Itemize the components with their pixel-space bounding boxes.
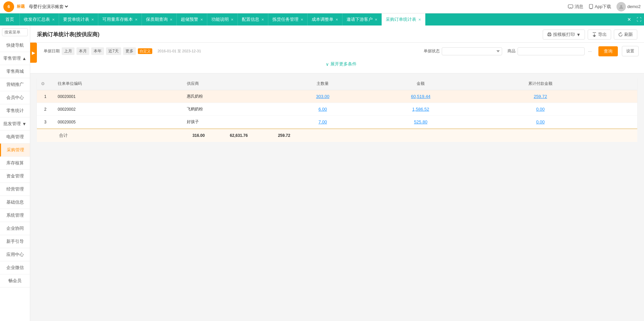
close-tab-expiry-query[interactable]: ✕ [170,18,172,21]
table-header-row: ⚙ 往来单位编码 供应商 主数量 金额 累计付款金额 [37,77,637,90]
close-tab-function-desc[interactable]: ✕ [231,18,233,21]
print-dropdown-icon: ▼ [576,32,581,37]
sidebar-item-member-vip[interactable]: 畅会员 [0,274,30,287]
export-button[interactable]: 导出 [588,30,611,40]
amount-link-1[interactable]: 60,519.44 [411,94,430,99]
cell-index-2: 2 [37,103,54,116]
close-tab-cost-adjust[interactable]: ✕ [335,18,338,21]
sidebar-item-wholesale[interactable]: 批发管理 ▼ [0,117,30,130]
col-settings: ⚙ [37,77,54,90]
paid-link-2[interactable]: 0.00 [536,107,544,112]
sidebar-item-marketing[interactable]: 营销推广 [0,78,30,91]
cell-qty-1: 303.00 [280,90,366,103]
col-partner-code: 往来单位编码 [54,77,183,90]
close-tab-purchase-summary[interactable]: ✕ [418,18,421,21]
tab-overstock-warning[interactable]: 超储预警 ✕ [177,13,207,25]
tab-invite-downstream[interactable]: 邀请下游客户 ✕ [342,13,382,25]
tab-pickup-task[interactable]: 拣货任务管理 ✕ [268,13,308,25]
sidebar-item-app-center[interactable]: 应用中心 [0,248,30,261]
sidebar-item-enterprise-wechat[interactable]: 企业微信 [0,261,30,274]
tab-config-info[interactable]: 配置信息 ✕ [238,13,268,25]
expand-more-conditions[interactable]: ∨ 展开更多条件 [326,61,357,67]
sidebar: 快捷导航 零售管理 ▲ 零售商城 营销推广 会员中心 零售统计 批发管理 ▼ 电 [0,25,30,321]
date-last-month[interactable]: 上月 [62,47,74,55]
sidebar-item-quick-nav[interactable]: 快捷导航 [0,39,30,52]
print-icon [547,32,552,37]
message-link[interactable]: 消息 [568,4,583,10]
app-download-link[interactable]: App下载 [589,4,611,10]
sidebar-item-operations[interactable]: 经营管理 [0,183,30,196]
close-tab-invite-downstream[interactable]: ✕ [375,18,377,21]
close-all-tabs[interactable]: ✕ [625,17,634,22]
qty-link-1[interactable]: 303.00 [316,94,329,99]
date-range-display: 2016-01-01 至 2023-12-31 [158,49,201,54]
status-filter: 单据状态 [424,47,502,55]
cell-supplier-1: 惠氏奶粉 [183,90,280,103]
expand-tabs[interactable]: ⛶ [634,17,644,22]
cell-extra-1 [605,90,637,103]
status-select[interactable] [442,47,502,55]
date-last-7-days[interactable]: 近7天 [106,47,121,55]
sidebar-item-enterprise[interactable]: 企业协同 [0,222,30,235]
product-input[interactable] [518,47,585,55]
sidebar-item-finance[interactable]: 资金管理 [0,170,30,183]
close-tab-config-info[interactable]: ✕ [261,18,264,21]
tab-purchase-summary[interactable]: 采购订单统计表 ✕ [382,13,425,25]
close-tab-overstock-warning[interactable]: ✕ [200,18,203,21]
sidebar-item-inventory[interactable]: 库存核算 [0,157,30,170]
amount-link-2[interactable]: 1,586.52 [412,107,429,112]
settings-button[interactable]: 设置 [622,46,639,56]
user-avatar[interactable]: demo2 [616,2,641,11]
close-tab-receive-summary[interactable]: ✕ [52,18,55,21]
tab-function-desc[interactable]: 功能说明 ✕ [207,13,238,25]
tab-receive-summary[interactable]: 收发存汇总表 ✕ [20,13,59,25]
cell-extra-2 [605,103,637,116]
tab-order-summary[interactable]: 要货单统计表 ✕ [59,13,98,25]
sidebar-item-system[interactable]: 系统管理 [0,209,30,222]
avatar-icon [616,2,626,11]
close-tab-pickup-task[interactable]: ✕ [301,18,303,21]
date-this-month[interactable]: 本月 [76,47,89,55]
sidebar-item-purchase[interactable]: 采购管理 [0,144,30,157]
column-settings-icon[interactable]: ⚙ [41,81,45,86]
svg-point-2 [620,5,622,7]
tab-expiry-query[interactable]: 保质期查询 ✕ [142,13,177,25]
tab-available-stock[interactable]: 可用量库存账本 ✕ [98,13,142,25]
close-tab-available-stock[interactable]: ✕ [135,18,138,21]
cell-supplier-2: 飞鹤奶粉 [183,103,280,116]
qty-link-3[interactable]: 7.00 [318,119,327,124]
sidebar-item-retail[interactable]: 零售管理 ▲ [0,52,30,65]
amount-link-3[interactable]: 525.80 [414,119,427,124]
date-more[interactable]: 更多 [123,47,136,55]
sidebar-item-ecommerce[interactable]: 电商管理 [0,130,30,144]
paid-link-3[interactable]: 0.00 [536,119,544,124]
sidebar-item-retail-stats[interactable]: 零售统计 [0,104,30,117]
date-this-year[interactable]: 本年 [91,47,104,55]
sidebar-item-member[interactable]: 会员中心 [0,91,30,104]
expand-filter-panel[interactable]: ▶ [30,43,37,63]
search-input[interactable] [2,28,28,36]
footer-label: 合计 [59,133,68,138]
refresh-button[interactable]: 刷新 [614,30,637,40]
sidebar-item-newbie[interactable]: 新手引导 [0,235,30,248]
custom-date-tag: 自定义 [138,48,152,54]
print-button[interactable]: 按模板打印 ▼ [543,30,585,40]
query-button[interactable]: 查询 [598,46,618,56]
query-actions: 查询 设置 [598,46,639,56]
product-more-btn[interactable]: ··· [587,49,593,54]
svg-rect-5 [548,35,550,36]
close-tab-order-summary[interactable]: ✕ [91,18,94,21]
sidebar-item-retail-shop[interactable]: 零售商城 [0,65,30,78]
logo-icon: 6 [3,1,14,12]
cell-index-3: 3 [37,116,54,128]
nav-tabs: 首页 收发存汇总表 ✕ 要货单统计表 ✕ 可用量库存账本 ✕ 保质期查询 ✕ 超… [0,13,644,25]
tab-home[interactable]: 首页 [0,13,20,25]
arrow-right-icon: ▶ [32,50,35,55]
qty-link-2[interactable]: 6.00 [318,107,327,112]
product-label: 商品 [507,48,516,54]
paid-link-1[interactable]: 259.72 [534,94,547,99]
sidebar-item-basic-info[interactable]: 基础信息 [0,196,30,209]
tab-cost-adjust[interactable]: 成本调整单 ✕ [308,13,342,25]
store-selector[interactable]: 母婴行业演示账套 [28,4,69,9]
main-layout: 快捷导航 零售管理 ▲ 零售商城 营销推广 会员中心 零售统计 批发管理 ▼ 电 [0,25,644,321]
